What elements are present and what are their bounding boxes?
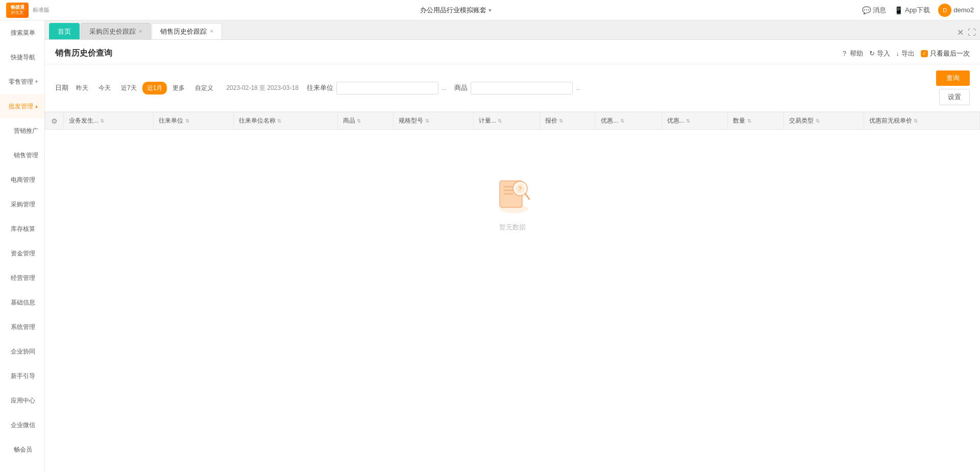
sidebar-item-wholesale-mgmt[interactable]: 批发管理 ▴: [0, 94, 44, 119]
sort-icon-discount1: ⇅: [620, 118, 624, 124]
sidebar-item-purchase-mgmt[interactable]: 采购管理: [0, 192, 44, 217]
col-spec[interactable]: 规格型号 ⇅: [394, 112, 474, 130]
sidebar-item-system-mgmt[interactable]: 系统管理: [0, 315, 44, 339]
tab-purchase-history[interactable]: 采购历史价跟踪 ×: [81, 23, 151, 39]
settings-icon[interactable]: ⚙: [51, 117, 58, 125]
dropdown-icon[interactable]: ▾: [488, 7, 492, 14]
svg-rect-5: [503, 193, 513, 195]
col-discount2[interactable]: 优惠... ⇅: [662, 112, 727, 130]
sidebar-item-finance-mgmt[interactable]: 资金管理: [0, 241, 44, 266]
date-label: 日期: [55, 83, 68, 92]
sidebar-item-search-menu[interactable]: 搜索菜单: [0, 20, 44, 45]
top-actions: 💬 消息 📱 App下载 D demo2: [862, 4, 974, 17]
sort-icon-discount2: ⇅: [686, 118, 690, 124]
expand-btn[interactable]: ⛶: [968, 28, 976, 37]
sort-icon-tax-free-price: ⇅: [914, 118, 918, 124]
partner-input[interactable]: [336, 82, 438, 95]
sort-icon-qty: ⇅: [747, 118, 751, 124]
sales-mgmt-label: 销售管理: [14, 151, 38, 160]
help-btn[interactable]: ？ 帮助: [841, 49, 863, 58]
table-header-row: ⚙ 业务发生... ⇅ 往来单位 ⇅ 往来单位名称: [45, 112, 980, 130]
filter-bar: 日期 昨天 今天 近7天 近1月 更多 自定义 2023-02-18 至 202…: [45, 64, 980, 112]
import-icon: ↻: [869, 50, 875, 57]
sidebar-item-retail-mgmt[interactable]: 零售管理 ▾: [0, 69, 44, 94]
export-label: 导出: [901, 49, 915, 58]
search-menu-label: 搜索菜单: [11, 29, 35, 37]
tab-bar: 首页 采购历史价跟踪 × 销售历史价跟踪 × ✕ ⛶: [45, 20, 980, 40]
date-btn-more[interactable]: 更多: [168, 82, 189, 95]
import-btn[interactable]: ↻ 导入: [869, 49, 890, 58]
sidebar-item-enterprise-coop[interactable]: 企业协同: [0, 339, 44, 364]
sort-icon-partner-name: ⇅: [277, 118, 281, 124]
sidebar-item-ops-mgmt[interactable]: 经营管理: [0, 266, 44, 290]
app-download-icon: 📱: [894, 6, 903, 14]
quick-nav-label: 快捷导航: [11, 53, 35, 62]
message-label: 消息: [873, 6, 886, 15]
date-btn-yesterday[interactable]: 昨天: [71, 82, 93, 95]
empty-illustration: ?: [489, 171, 535, 217]
basic-info-label: 基础信息: [11, 298, 35, 307]
col-partner-name[interactable]: 往来单位名称 ⇅: [233, 112, 337, 130]
close-all-tabs-btn[interactable]: ✕: [957, 28, 964, 37]
app-title-area[interactable]: 办公用品行业模拟账套 ▾: [420, 6, 492, 15]
product-dots[interactable]: ...: [576, 85, 580, 91]
checkbox-label-text: 只看最后一次: [930, 49, 970, 58]
col-unit[interactable]: 计量... ⇅: [474, 112, 540, 130]
date-btn-custom[interactable]: 自定义: [190, 82, 218, 95]
sidebar: 搜索菜单 快捷导航 零售管理 ▾ 批发管理 ▴ 营销推广 销售管理 电商管理 采: [0, 20, 45, 472]
wholesale-mgmt-sub-icon: ▴: [35, 103, 38, 110]
app-center-label: 应用中心: [11, 396, 35, 405]
tab-sales-history[interactable]: 销售历史价跟踪 ×: [152, 23, 222, 39]
tab-sales-history-close[interactable]: ×: [210, 29, 213, 34]
export-btn[interactable]: ↓ 导出: [896, 49, 915, 58]
svg-text:?: ?: [518, 185, 522, 193]
product-input[interactable]: [471, 82, 573, 95]
sidebar-item-enterprise-wechat[interactable]: 企业微信: [0, 413, 44, 437]
col-trade-type[interactable]: 交易类型 ⇅: [784, 112, 864, 130]
col-tax-free-price[interactable]: 优惠前无税单价 ⇅: [864, 112, 979, 130]
sort-icon-biz-date: ⇅: [100, 118, 104, 124]
tab-home[interactable]: 首页: [49, 23, 80, 39]
sort-icon-trade-type: ⇅: [816, 118, 820, 124]
query-button[interactable]: 查询: [936, 70, 970, 86]
user-area[interactable]: D demo2: [938, 4, 974, 17]
sidebar-item-marketing[interactable]: 营销推广: [0, 119, 44, 143]
col-qty[interactable]: 数量 ⇅: [728, 112, 784, 130]
page-header: 销售历史价查询 ？ 帮助 ↻ 导入 ↓ 导出: [45, 40, 980, 64]
message-btn[interactable]: 💬 消息: [862, 6, 886, 15]
date-range-display: 2023-02-18 至 2023-03-18: [226, 84, 298, 92]
only-last-checkbox[interactable]: ✓ 只看最后一次: [921, 49, 970, 58]
sidebar-item-sales-mgmt[interactable]: 销售管理: [0, 143, 44, 168]
sidebar-item-app-center[interactable]: 应用中心: [0, 388, 44, 413]
app-download-btn[interactable]: 📱 App下载: [894, 6, 930, 15]
sidebar-item-member-card[interactable]: 畅会员: [0, 437, 44, 462]
setting-button[interactable]: 设置: [939, 89, 970, 105]
sidebar-item-inventory[interactable]: 库存核算: [0, 217, 44, 241]
export-icon: ↓: [896, 50, 900, 57]
date-btn-7days[interactable]: 近7天: [116, 82, 141, 95]
top-bar: 畅捷通 好生意 标准版 办公用品行业模拟账套 ▾ 💬 消息 📱 App下载 D …: [0, 0, 980, 20]
sidebar-item-ecommerce-mgmt[interactable]: 电商管理: [0, 168, 44, 192]
partner-dots[interactable]: ...: [442, 85, 446, 91]
col-product[interactable]: 商品 ⇅: [337, 112, 394, 130]
marketing-label: 营销推广: [14, 127, 38, 135]
enterprise-coop-label: 企业协同: [11, 347, 35, 356]
sort-icon-partner: ⇅: [185, 118, 189, 124]
date-btn-today[interactable]: 今天: [94, 82, 115, 95]
col-price[interactable]: 报价 ⇅: [540, 112, 596, 130]
sidebar-item-quick-nav[interactable]: 快捷导航: [0, 45, 44, 69]
col-settings[interactable]: ⚙: [45, 112, 64, 130]
page-title: 销售历史价查询: [55, 48, 112, 59]
col-partner[interactable]: 往来单位 ⇅: [154, 112, 234, 130]
date-btn-1month[interactable]: 近1月: [142, 82, 167, 95]
col-biz-date[interactable]: 业务发生... ⇅: [64, 112, 154, 130]
username: demo2: [953, 6, 974, 14]
sidebar-item-new-user-guide[interactable]: 新手引导: [0, 364, 44, 388]
avatar: D: [938, 4, 951, 17]
date-buttons: 昨天 今天 近7天 近1月 更多 自定义: [71, 82, 218, 95]
tab-purchase-history-close[interactable]: ×: [139, 29, 142, 34]
system-mgmt-label: 系统管理: [11, 323, 35, 332]
col-discount1[interactable]: 优惠... ⇅: [596, 112, 662, 130]
svg-line-8: [525, 194, 529, 199]
sidebar-item-basic-info[interactable]: 基础信息: [0, 290, 44, 315]
